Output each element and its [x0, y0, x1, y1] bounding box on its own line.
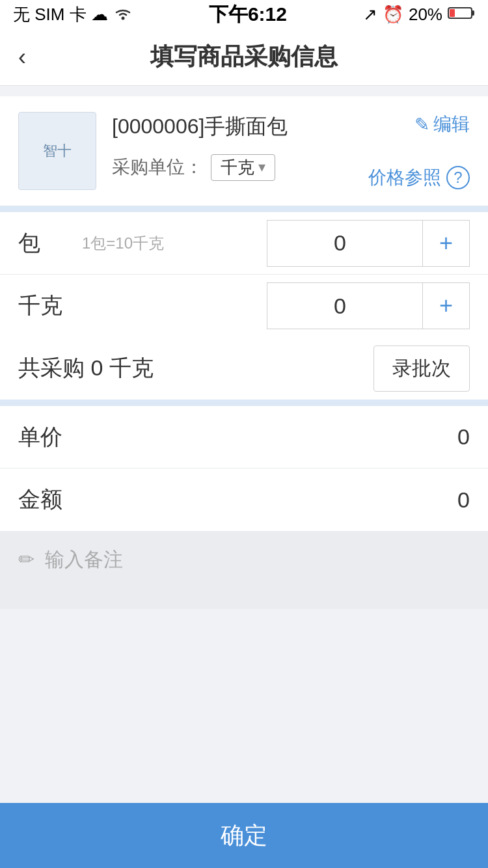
batch-button[interactable]: 录批次 — [373, 346, 470, 392]
svg-point-0 — [121, 16, 124, 20]
blue-divider-1 — [0, 206, 488, 212]
note-section[interactable]: ✏ 输入备注 — [0, 531, 488, 609]
package-plus-button[interactable]: + — [423, 220, 470, 267]
package-sublabel: 1包=10千克 — [82, 233, 267, 254]
back-button[interactable]: ‹ — [18, 44, 26, 71]
summary-section: 共采购 0 千克 录批次 — [0, 337, 488, 400]
note-icon: ✏ — [18, 548, 34, 571]
package-input[interactable] — [267, 220, 423, 267]
page-title: 填写商品采购信息 — [150, 41, 338, 73]
nav-bar: ‹ 填写商品采购信息 — [0, 29, 488, 86]
product-logo: 智十 — [43, 142, 72, 159]
edit-button[interactable]: ✎ 编辑 — [414, 112, 470, 137]
kg-plus-button[interactable]: + — [423, 282, 470, 329]
price-ref-help-icon: ? — [446, 166, 470, 189]
unit-selector[interactable]: 千克 ▾ — [211, 154, 275, 181]
price-section: 单价 0 金额 0 — [0, 406, 488, 531]
svg-rect-2 — [472, 10, 474, 16]
svg-rect-3 — [450, 9, 455, 17]
main-content: ‹ 填写商品采购信息 智十 [0000006]手撕面包 采购单位： 千克 ▾ ✎… — [0, 29, 488, 804]
kg-row: 千克 + — [0, 275, 488, 337]
unit-price-row: 单价 0 — [0, 406, 488, 468]
confirm-label: 确定 — [221, 820, 267, 852]
unit-label: 采购单位： — [112, 155, 203, 180]
confirm-button[interactable]: 确定 — [0, 803, 488, 868]
edit-label: 编辑 — [433, 112, 470, 137]
location-icon: ↗ — [363, 5, 377, 25]
summary-text: 共采购 0 千克 — [18, 353, 373, 383]
status-right: ↗ ⏰ 20% — [363, 5, 475, 25]
amount-value: 0 — [457, 487, 470, 513]
kg-input[interactable] — [267, 282, 423, 329]
status-left: 无 SIM 卡 ☁ — [13, 3, 133, 26]
input-section: 包 1包=10千克 + 千克 + — [0, 212, 488, 337]
battery-icon — [448, 5, 475, 25]
price-ref-button[interactable]: 价格参照 ? — [368, 165, 470, 190]
kg-control: + — [267, 282, 470, 329]
kg-label: 千克 — [18, 291, 77, 321]
amount-row: 金额 0 — [0, 468, 488, 531]
package-label: 包 — [18, 228, 77, 258]
summary-row: 共采购 0 千克 录批次 — [18, 337, 470, 400]
alarm-icon: ⏰ — [383, 5, 403, 25]
blue-divider-2 — [0, 400, 488, 406]
unit-price-label: 单价 — [18, 422, 457, 452]
price-ref-label: 价格参照 — [368, 165, 441, 190]
package-control: + — [267, 220, 470, 267]
edit-icon: ✎ — [414, 114, 429, 135]
top-divider — [0, 86, 488, 96]
package-row: 包 1包=10千克 + — [0, 212, 488, 275]
wifi-icon — [113, 5, 133, 25]
unit-price-value: 0 — [457, 424, 470, 450]
note-placeholder: 输入备注 — [45, 547, 123, 573]
status-time: 下午6:12 — [209, 1, 287, 28]
sim-status: 无 SIM 卡 ☁ — [13, 3, 108, 26]
content-spacer — [0, 609, 488, 739]
amount-label: 金额 — [18, 485, 457, 515]
product-thumbnail: 智十 — [18, 112, 96, 190]
battery-percent: 20% — [409, 5, 442, 25]
status-bar: 无 SIM 卡 ☁ 下午6:12 ↗ ⏰ 20% — [0, 0, 488, 29]
product-card: 智十 [0000006]手撕面包 采购单位： 千克 ▾ ✎ 编辑 价格参照 ? — [0, 96, 488, 206]
unit-value: 千克 — [221, 156, 254, 179]
unit-dropdown-icon: ▾ — [258, 159, 265, 176]
